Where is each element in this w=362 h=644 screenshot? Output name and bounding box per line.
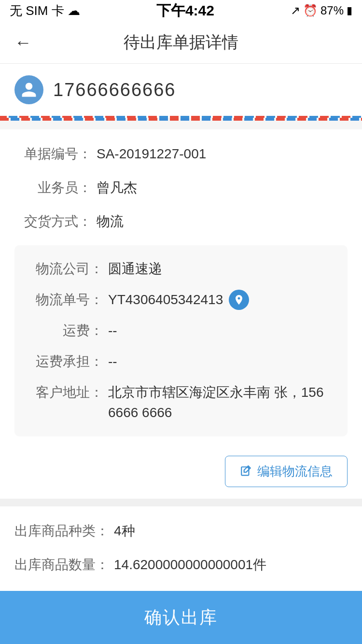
freight-label: 运费： <box>26 321 103 341</box>
status-bar: 无 SIM 卡 ☁ 下午4:42 ↗ ⏰ 87% ▮ <box>0 0 362 21</box>
freight-row: 运费： -- <box>26 321 336 341</box>
sim-status: 无 SIM 卡 ☁ <box>10 2 80 19</box>
map-pin-icon <box>233 294 245 306</box>
edit-icon <box>240 465 252 478</box>
freight-bear-value: -- <box>108 351 336 372</box>
confirm-label: 确认出库 <box>144 606 218 630</box>
logistics-company-label: 物流公司： <box>26 259 103 279</box>
edit-logistics-label: 编辑物流信息 <box>257 463 333 480</box>
logistics-tracking-row: 物流单号： YT4306405342413 <box>26 290 336 310</box>
battery-icon: ▮ <box>347 4 352 17</box>
tracking-location-button[interactable] <box>229 290 249 310</box>
avatar-icon <box>14 75 43 104</box>
alarm-icon: ⏰ <box>303 4 318 17</box>
customer-phone: 17666666666 <box>53 80 176 100</box>
address-value: 北京市市辖区海淀区永丰南 张，156 6666 6666 <box>108 382 336 423</box>
customer-header: 17666666666 <box>0 64 362 118</box>
dashed-divider <box>0 118 362 121</box>
document-no-label: 单据编号： <box>14 144 92 164</box>
document-no-value: SA-20191227-001 <box>97 144 348 164</box>
edit-btn-row: 编辑物流信息 <box>14 446 348 499</box>
goods-types-row: 出库商品种类： 4种 <box>14 521 348 541</box>
logistics-company-row: 物流公司： 圆通速递 <box>26 259 336 279</box>
staff-label: 业务员： <box>14 178 92 198</box>
document-no-row: 单据编号： SA-20191227-001 <box>14 144 348 164</box>
status-right: ↗ ⏰ 87% ▮ <box>291 4 352 17</box>
goods-quantity-value: 14.6200000000000001件 <box>114 555 348 575</box>
freight-value: -- <box>108 321 336 341</box>
edit-logistics-button[interactable]: 编辑物流信息 <box>225 456 348 487</box>
location-icon-status: ↗ <box>291 4 300 17</box>
battery-level: 87% <box>320 4 344 17</box>
tracking-number: YT4306405342413 <box>108 290 223 310</box>
freight-bear-row: 运费承担： -- <box>26 351 336 372</box>
page-title: 待出库单据详情 <box>124 31 238 54</box>
order-info-section: 单据编号： SA-20191227-001 业务员： 曾凡杰 交货方式： 物流 … <box>0 129 362 499</box>
delivery-row: 交货方式： 物流 <box>14 211 348 232</box>
delivery-label: 交货方式： <box>14 211 92 232</box>
nav-bar: ← 待出库单据详情 <box>0 21 362 64</box>
goods-quantity-label: 出库商品数量： <box>14 555 109 575</box>
freight-bear-label: 运费承担： <box>26 351 103 372</box>
confirm-button[interactable]: 确认出库 <box>0 591 362 644</box>
staff-row: 业务员： 曾凡杰 <box>14 178 348 198</box>
delivery-value: 物流 <box>97 211 348 232</box>
logistics-tracking-label: 物流单号： <box>26 290 103 310</box>
gray-separator <box>0 499 362 506</box>
user-icon <box>20 81 38 98</box>
logistics-company-value: 圆通速递 <box>108 259 336 279</box>
back-button[interactable]: ← <box>14 32 39 53</box>
goods-types-value: 4种 <box>114 521 348 541</box>
status-left: 无 SIM 卡 ☁ <box>10 2 80 19</box>
goods-types-label: 出库商品种类： <box>14 521 109 541</box>
address-row: 客户地址： 北京市市辖区海淀区永丰南 张，156 6666 6666 <box>26 382 336 423</box>
address-label: 客户地址： <box>26 382 103 403</box>
logistics-card: 物流公司： 圆通速递 物流单号： YT4306405342413 运费： -- … <box>14 245 348 436</box>
staff-value: 曾凡杰 <box>97 178 348 198</box>
status-time: 下午4:42 <box>156 1 214 21</box>
goods-quantity-row: 出库商品数量： 14.6200000000000001件 <box>14 555 348 575</box>
logistics-tracking-value: YT4306405342413 <box>108 290 336 310</box>
